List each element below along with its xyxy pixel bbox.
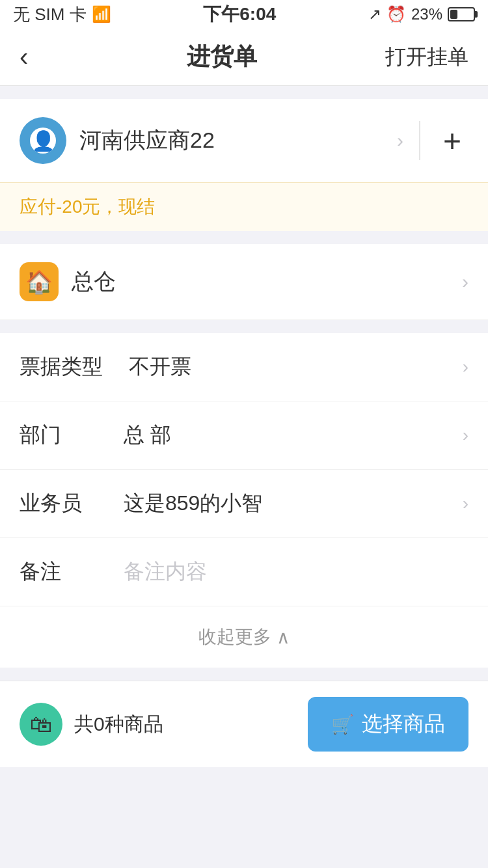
collapse-label: 收起更多 <box>198 625 271 649</box>
bottom-bar: 🛍 共0种商品 🛒 选择商品 <box>0 681 488 767</box>
notice-banner: 应付-20元，现结 <box>0 182 488 231</box>
supplier-avatar: 👤 <box>20 117 66 164</box>
supplier-section: 👤 河南供应商22 › + 应付-20元，现结 <box>0 99 488 231</box>
warehouse-row[interactable]: 🏠 总仓 › <box>0 244 488 320</box>
department-value: 总 部 <box>124 421 456 450</box>
back-button[interactable]: ‹ <box>20 42 59 72</box>
nav-bar: ‹ 进货单 打开挂单 <box>0 29 488 86</box>
add-supplier-button[interactable]: + <box>436 123 468 159</box>
gap-2 <box>0 231 488 244</box>
department-chevron-icon: › <box>463 425 468 446</box>
department-label: 部门 <box>20 421 98 450</box>
invoice-type-chevron-icon: › <box>463 357 468 377</box>
battery-icon <box>448 7 475 21</box>
status-right: ↗ ⏰ 23% <box>368 5 475 23</box>
salesperson-row[interactable]: 业务员 这是859的小智 › <box>0 470 488 538</box>
invoice-type-row[interactable]: 票据类型 不开票 › <box>0 333 488 401</box>
remark-value[interactable]: 备注内容 <box>124 558 468 586</box>
remark-row[interactable]: 备注 备注内容 <box>0 538 488 606</box>
carrier-text: 无 SIM 卡 <box>13 3 87 26</box>
product-bag-icon: 🛍 <box>30 712 52 737</box>
department-row[interactable]: 部门 总 部 › <box>0 401 488 470</box>
salesperson-chevron-icon: › <box>463 493 468 514</box>
status-time: 下午6:04 <box>203 2 276 27</box>
supplier-divider <box>419 121 420 160</box>
product-count-section: 🛍 共0种商品 <box>20 703 163 746</box>
gap-4 <box>0 668 488 681</box>
avatar-person-icon: 👤 <box>31 129 55 152</box>
status-bar: 无 SIM 卡 📶 下午6:04 ↗ ⏰ 23% <box>0 0 488 29</box>
warehouse-name: 总仓 <box>72 267 455 297</box>
status-left: 无 SIM 卡 📶 <box>13 3 111 26</box>
rest-area <box>0 767 488 868</box>
salesperson-value: 这是859的小智 <box>124 489 456 518</box>
supplier-name: 河南供应商22 <box>79 126 390 156</box>
wifi-icon: 📶 <box>92 5 111 23</box>
supplier-chevron-icon: › <box>397 129 403 152</box>
gap-3 <box>0 320 488 333</box>
form-section: 票据类型 不开票 › 部门 总 部 › 业务员 这是859的小智 › 备注 备注… <box>0 333 488 668</box>
collapse-icon: ∧ <box>277 627 290 648</box>
avatar-inner: 👤 <box>30 128 56 154</box>
remark-label: 备注 <box>20 558 98 586</box>
warehouse-icon: 🏠 <box>20 262 59 301</box>
page-title: 进货单 <box>187 41 257 73</box>
alarm-icon: ⏰ <box>386 5 406 23</box>
product-icon: 🛍 <box>20 703 62 746</box>
supplier-row[interactable]: 👤 河南供应商22 › + <box>0 99 488 182</box>
location-icon: ↗ <box>368 5 381 23</box>
salesperson-label: 业务员 <box>20 489 98 518</box>
invoice-type-value: 不开票 <box>129 353 456 381</box>
select-product-button[interactable]: 🛒 选择商品 <box>308 697 468 752</box>
collapse-row[interactable]: 收起更多 ∧ <box>0 606 488 668</box>
open-pending-button[interactable]: 打开挂单 <box>385 43 468 72</box>
gap-1 <box>0 86 488 99</box>
invoice-type-label: 票据类型 <box>20 353 103 381</box>
battery-percent: 23% <box>411 5 442 23</box>
notice-text: 应付-20元，现结 <box>20 197 155 217</box>
product-count-text: 共0种商品 <box>74 711 163 738</box>
warehouse-chevron-icon: › <box>462 271 468 293</box>
select-product-label: 选择商品 <box>362 710 445 739</box>
select-product-icon: 🛒 <box>331 714 354 735</box>
